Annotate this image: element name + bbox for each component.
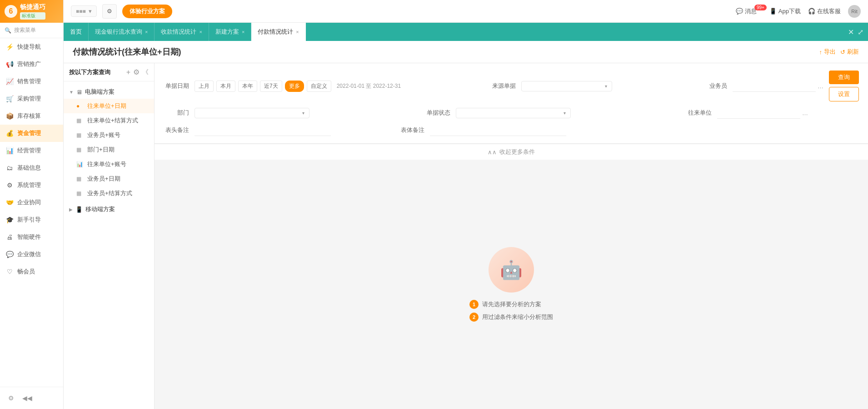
tab-home[interactable]: 首页 bbox=[64, 23, 89, 41]
export-btn[interactable]: ↑ 导出 bbox=[819, 48, 836, 56]
counterpart-input[interactable] bbox=[717, 107, 800, 119]
salesman-label: 业务员 bbox=[702, 82, 727, 90]
query-btn[interactable]: 查询 bbox=[829, 71, 859, 84]
current-year-btn[interactable]: 本年 bbox=[238, 81, 257, 92]
message-icon: 💬 bbox=[736, 8, 743, 15]
tab-new-scheme[interactable]: 新建方案 × bbox=[209, 23, 251, 41]
settings-footer-btn[interactable]: ⚙ bbox=[5, 392, 17, 404]
custom-date-btn[interactable]: 自定义 bbox=[307, 81, 331, 92]
scheme-dept-date[interactable]: ▦ 部门+日期 bbox=[64, 142, 154, 157]
tab-payment-stats[interactable]: 付款情况统计 × bbox=[251, 23, 305, 41]
table-icon-3: ▦ bbox=[76, 146, 84, 153]
app-download-label: App下载 bbox=[778, 7, 801, 15]
body-remark-input[interactable] bbox=[430, 124, 566, 136]
more-dates-btn[interactable]: 更多 bbox=[285, 81, 304, 92]
sidebar-item-member[interactable]: ♡ 畅会员 bbox=[0, 263, 63, 280]
voucher-status-select[interactable]: ▾ bbox=[456, 108, 571, 118]
tab-collection-stats[interactable]: 收款情况统计 × bbox=[155, 23, 209, 41]
table-icon-2: ▦ bbox=[76, 132, 84, 138]
date-label: 单据日期 bbox=[164, 82, 189, 90]
page-content: 付款情况统计(往来单位+日期) ↑ 导出 ↺ 刷新 按以下方案查询 + bbox=[64, 41, 868, 409]
scheme-counterpart-payment[interactable]: ▦ 往来单位+结算方式 bbox=[64, 113, 154, 128]
desktop-group-header[interactable]: ▼ 🖥 电脑端方案 bbox=[64, 85, 154, 99]
scheme-panel-actions: + ⚙ 《 bbox=[126, 68, 149, 76]
new-scheme-label: 新建方案 bbox=[215, 28, 239, 36]
home-tab-label: 首页 bbox=[70, 28, 82, 36]
filter-form: 单据日期 上月 本月 本年 近7天 更多 自定义 2022-01-01 至 20… bbox=[155, 63, 868, 144]
dept-label: 部门 bbox=[164, 109, 189, 117]
sidebar-item-wechat[interactable]: 💬 企业微信 bbox=[0, 246, 63, 263]
close-payment-stats-icon[interactable]: × bbox=[296, 29, 299, 35]
sidebar-item-inventory[interactable]: 📦 库存核算 bbox=[0, 107, 63, 125]
sidebar-item-operations[interactable]: 📊 经营管理 bbox=[0, 142, 63, 159]
scheme-counterpart-date[interactable]: ● 往来单位+日期 bbox=[64, 99, 154, 113]
last-month-btn[interactable]: 上月 bbox=[195, 81, 214, 92]
date-options: 上月 本月 本年 近7天 更多 自定义 bbox=[195, 81, 331, 92]
header-remark-input[interactable] bbox=[195, 124, 331, 136]
app-download-btn[interactable]: 📱 App下载 bbox=[769, 7, 801, 15]
refresh-btn[interactable]: ↺ 刷新 bbox=[840, 48, 859, 56]
bank-flow-label: 现金银行流水查询 bbox=[95, 28, 142, 36]
desktop-group-label: 电脑端方案 bbox=[85, 88, 115, 96]
mobile-group-header[interactable]: ▶ 📱 移动端方案 bbox=[64, 202, 154, 216]
scheme-salesman-date[interactable]: ▦ 业务员+日期 bbox=[64, 172, 154, 186]
user-profile[interactable]: Rit bbox=[848, 5, 861, 18]
member-icon: ♡ bbox=[5, 268, 14, 276]
sidebar-item-cooperation[interactable]: 🤝 企业协同 bbox=[0, 194, 63, 211]
close-all-tabs-btn[interactable]: ✕ bbox=[848, 28, 854, 36]
counterpart-dots[interactable]: … bbox=[802, 110, 808, 116]
arrow-down-icon: ▼ bbox=[69, 90, 74, 95]
maximize-btn[interactable]: ⤢ bbox=[858, 28, 863, 36]
mobile-icon: 📱 bbox=[75, 206, 83, 213]
sidebar-item-purchase[interactable]: 🛒 采购管理 bbox=[0, 90, 63, 107]
sales-icon: 📈 bbox=[5, 77, 14, 86]
collapse-panel-btn[interactable]: 《 bbox=[142, 68, 149, 76]
collapse-sidebar-btn[interactable]: ◀◀ bbox=[21, 392, 34, 404]
sidebar-item-basic[interactable]: 🗂 基础信息 bbox=[0, 159, 63, 177]
sidebar-item-guide[interactable]: 🎓 新手引导 bbox=[0, 211, 63, 228]
scheme-tree: ▼ 🖥 电脑端方案 ● 往来单位+日期 ▦ 往来单位+结算方式 bbox=[64, 81, 154, 409]
scheme-panel: 按以下方案查询 + ⚙ 《 ▼ 🖥 电脑端方案 bbox=[64, 63, 155, 409]
tab-bank-flow[interactable]: 现金银行流水查询 × bbox=[89, 23, 155, 41]
sidebar-item-finance[interactable]: 💰 资金管理 bbox=[0, 125, 63, 142]
export-label: 导出 bbox=[824, 48, 836, 56]
source-select[interactable]: ▾ bbox=[521, 81, 612, 91]
filter-settings-btn[interactable]: 设置 bbox=[829, 87, 859, 101]
sidebar-item-marketing[interactable]: 📢 营销推广 bbox=[0, 56, 63, 73]
industry-btn[interactable]: 体验行业方案 bbox=[122, 5, 172, 18]
scheme-salesman-account[interactable]: ▦ 业务员+账号 bbox=[64, 128, 154, 142]
scheme-counterpart-account[interactable]: 📊 往来单位+账号 bbox=[64, 157, 154, 172]
filter-area: 单据日期 上月 本月 本年 近7天 更多 自定义 2022-01-01 至 20… bbox=[155, 63, 868, 409]
app-logo: 6 bbox=[5, 5, 17, 18]
sidebar-item-system[interactable]: ⚙ 系统管理 bbox=[0, 177, 63, 194]
last-7-days-btn[interactable]: 近7天 bbox=[260, 81, 282, 92]
active-scheme-icon: ● bbox=[76, 103, 84, 109]
salesman-input[interactable] bbox=[733, 80, 816, 92]
close-new-scheme-icon[interactable]: × bbox=[242, 29, 244, 35]
topbar-settings-btn[interactable]: ⚙ bbox=[102, 4, 117, 19]
empty-hints: 1 请先选择要分析的方案 2 用过滤条件来缩小分析范围 bbox=[469, 300, 553, 322]
scheme-panel-header: 按以下方案查询 + ⚙ 《 bbox=[64, 63, 154, 81]
close-bank-flow-icon[interactable]: × bbox=[145, 29, 148, 35]
current-month-btn[interactable]: 本月 bbox=[216, 81, 235, 92]
refresh-label: 刷新 bbox=[847, 48, 859, 56]
collapse-more-btn[interactable]: ∧∧ 收起更多条件 bbox=[155, 144, 868, 160]
table-icon-5: ▦ bbox=[76, 190, 84, 197]
guide-label: 新手引导 bbox=[17, 216, 41, 224]
nav-dropdown[interactable]: ■■■ ▾ bbox=[71, 5, 97, 17]
online-service-btn[interactable]: 🎧 在线客服 bbox=[808, 7, 841, 15]
close-collection-icon[interactable]: × bbox=[199, 29, 202, 35]
purchase-label: 采购管理 bbox=[17, 95, 41, 103]
message-btn[interactable]: 💬 消息 99+ bbox=[736, 7, 762, 15]
sidebar-item-sales[interactable]: 📈 销售管理 bbox=[0, 73, 63, 90]
sidebar-item-hardware[interactable]: 🖨 智能硬件 bbox=[0, 228, 63, 246]
scheme-salesman-payment[interactable]: ▦ 业务员+结算方式 bbox=[64, 186, 154, 201]
salesman-dots[interactable]: … bbox=[818, 83, 823, 90]
search-menu[interactable]: 🔍 搜索菜单 bbox=[0, 23, 63, 38]
dept-select[interactable]: ▾ bbox=[195, 108, 309, 118]
add-scheme-btn[interactable]: + bbox=[126, 68, 130, 76]
inventory-label: 库存核算 bbox=[17, 112, 41, 120]
sidebar-item-quick-nav[interactable]: ⚡ 快捷导航 bbox=[0, 38, 63, 56]
scheme-settings-btn[interactable]: ⚙ bbox=[133, 68, 140, 76]
app-version: 标准版 bbox=[20, 12, 45, 20]
